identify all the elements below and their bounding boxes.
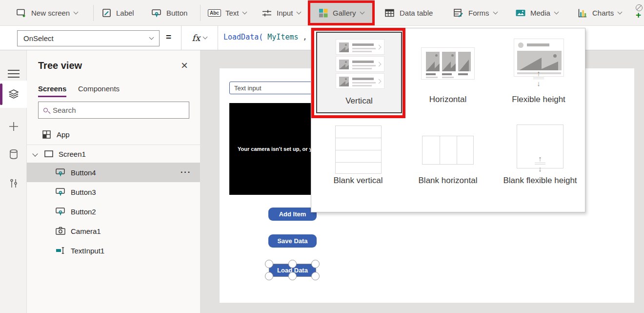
close-panel-button[interactable]: × [177, 58, 192, 73]
item-more-menu-button[interactable]: ··· [181, 168, 191, 177]
selection-handle-top-right[interactable] [311, 260, 320, 268]
tree-item-label: Button2 [71, 208, 96, 216]
label-icon [101, 8, 112, 18]
search-icon [43, 108, 48, 112]
text-input-icon [55, 245, 66, 256]
toolbar-separator [200, 5, 201, 21]
tree-item-app[interactable]: App [27, 125, 200, 144]
gallery-option-label: Horizontal [406, 94, 489, 105]
tree-item-camera1[interactable]: Camera1 [27, 221, 200, 241]
gallery-option-label: Vertical [317, 95, 401, 107]
media-menu-button[interactable]: Media [515, 0, 558, 26]
forms-menu-button[interactable]: Forms [453, 0, 497, 26]
gallery-dropdown-panel: Vertical Horizontal [311, 28, 585, 212]
blank-vertical-icon [335, 125, 382, 174]
gallery-option-vertical[interactable]: Vertical [316, 32, 402, 113]
selection-handle-top-left[interactable] [265, 260, 273, 268]
active-indicator-bar [0, 83, 2, 105]
app-icon [41, 129, 52, 140]
selection-handle-bottom-right[interactable] [311, 272, 320, 280]
data-table-label: Data table [400, 9, 433, 17]
layers-icon [8, 88, 20, 100]
input-menu-label: Input [277, 9, 293, 17]
toolbar-separator [93, 5, 94, 21]
tree-item-label: TextInput1 [71, 247, 104, 255]
powerapps-studio-window: New screen Label Button Abc Text [0, 0, 644, 313]
gallery-option-label: Blank vertical [317, 175, 400, 187]
button-control-icon [55, 187, 66, 197]
property-selected-label: OnSelect [23, 34, 54, 42]
blocked-circle-icon [636, 4, 643, 11]
database-icon [8, 148, 20, 160]
selection-handle-top-center[interactable] [288, 260, 297, 268]
input-menu-button[interactable]: Input [262, 0, 301, 26]
property-selector[interactable]: OnSelect [17, 30, 160, 46]
canvas-save-data-button[interactable]: Save Data [268, 234, 317, 248]
data-sources-rail-button[interactable] [0, 141, 27, 168]
text-menu-button[interactable]: Abc Text [208, 0, 246, 26]
tree-item-screen1[interactable]: Screen1 [27, 145, 200, 163]
tree-view-rail-button[interactable] [0, 81, 27, 108]
vertical-gallery-row-icon [336, 73, 384, 89]
tree-item-label: Screen1 [59, 150, 86, 158]
button-button[interactable]: Button [151, 0, 187, 26]
chevron-down-icon [242, 10, 247, 15]
tree-item-button2[interactable]: Button2 [27, 202, 200, 221]
new-screen-button[interactable]: New screen [16, 0, 78, 26]
screen-icon [44, 149, 54, 158]
vertical-gallery-row-icon [336, 56, 384, 72]
tree-item-label: App [57, 130, 70, 139]
chevron-right-icon [377, 45, 382, 50]
chevron-down-icon [554, 10, 559, 15]
tree-item-label: Button3 [71, 188, 96, 196]
chevron-down-icon [493, 10, 498, 15]
chevron-right-icon [377, 79, 382, 84]
tab-components[interactable]: Components [78, 84, 120, 93]
resize-arrows-icon: ↑↓ [534, 155, 546, 172]
button-icon [151, 8, 162, 19]
tools-icon [8, 178, 20, 189]
charts-menu-label: Charts [592, 9, 614, 17]
search-input[interactable] [53, 106, 165, 114]
gallery-option-label: Blank horizontal [406, 175, 489, 187]
resize-arrows-icon: ↑↓ [532, 70, 545, 86]
charts-menu-button[interactable]: Charts [577, 0, 622, 26]
text-input-value: Text input [234, 84, 262, 92]
hamburger-icon [8, 67, 20, 80]
canvas-add-item-button[interactable]: Add Item [268, 208, 317, 221]
insert-rail-button[interactable] [0, 113, 27, 140]
tree-item-button4[interactable]: Button4 ··· [27, 163, 200, 182]
text-menu-label: Text [225, 9, 239, 17]
plus-icon [8, 121, 20, 132]
fx-dropdown[interactable]: fx [181, 26, 218, 50]
tree-item-textinput1[interactable]: TextInput1 [27, 241, 200, 260]
tree-view-panel: Tree view × Screens Components App Scree… [27, 50, 200, 313]
partial-toolbar-item[interactable]: + [636, 4, 643, 20]
selection-handle-bottom-left[interactable] [265, 272, 273, 280]
data-table-button[interactable]: Data table [384, 0, 433, 26]
label-button-label: Label [116, 9, 134, 17]
label-button[interactable]: Label [101, 0, 134, 26]
media-menu-label: Media [530, 9, 550, 17]
tree-item-label: Camera1 [71, 227, 101, 235]
button-button-label: Button [166, 9, 187, 17]
new-screen-icon [16, 8, 27, 19]
tab-screens[interactable]: Screens [38, 84, 66, 93]
horizontal-gallery-icon [421, 47, 475, 80]
selection-handle-bottom-center[interactable] [288, 272, 297, 280]
button-control-icon [55, 167, 66, 178]
close-icon: × [181, 59, 188, 72]
advanced-tools-rail-button[interactable] [0, 170, 27, 197]
gallery-icon [318, 8, 328, 18]
formula-input[interactable]: LoadData( MyItems , [223, 33, 307, 42]
chevron-down-icon [297, 10, 302, 15]
gallery-menu-button[interactable]: Gallery [318, 0, 364, 26]
chevron-down-icon [74, 10, 79, 15]
equals-sign: = [166, 32, 171, 42]
media-image-icon [515, 8, 526, 19]
forms-menu-label: Forms [468, 9, 489, 17]
forms-icon [453, 8, 464, 19]
gallery-menu-label: Gallery [333, 9, 356, 17]
data-table-icon [384, 8, 395, 19]
tree-item-button3[interactable]: Button3 [27, 182, 200, 202]
